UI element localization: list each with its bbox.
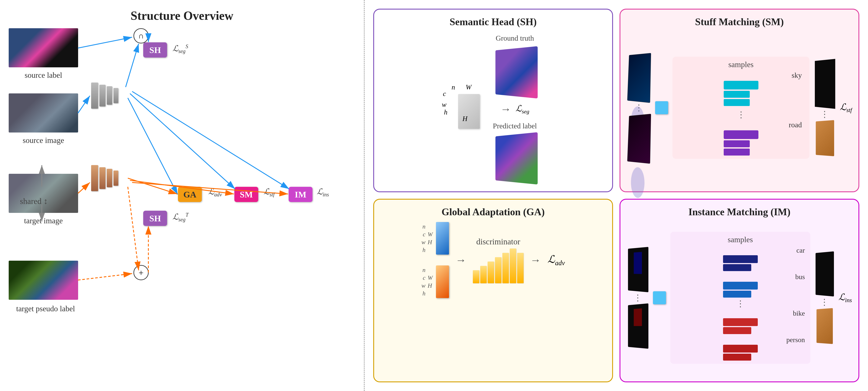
sm-feat-1 (627, 53, 651, 103)
sh-feature-block (458, 94, 480, 129)
feat-map-3 (107, 86, 112, 105)
im-vdots: ⋮ (633, 294, 642, 302)
sky-rect-1 (724, 81, 758, 89)
discriminator (473, 249, 524, 283)
im-bike-rects (723, 318, 758, 334)
sm-diagram-box: Stuff Matching (SM) ⋮ samples (620, 9, 859, 192)
im-feat-r2 (816, 308, 833, 344)
ga-h1: h (423, 247, 426, 253)
im-class-vdots: ⋮ (736, 299, 745, 308)
sh-diagram-box: Semantic Head (SH) n c w h W H Ground tr… (373, 9, 613, 192)
predicted-label-text: Predicted label (493, 122, 537, 130)
ga-W2: W (428, 274, 433, 281)
sm-road-rects (724, 130, 758, 156)
left-panel: Structure Overview source label source i… (0, 0, 365, 391)
ga-arrow: → (456, 254, 466, 266)
sm-class-vdots: ⋮ (737, 110, 745, 119)
bus-rect-2 (723, 291, 751, 298)
sky-rect-3 (724, 99, 750, 106)
bus-rect-1 (723, 282, 758, 289)
im-car-label: car (796, 246, 805, 254)
feat-map-t3 (107, 169, 112, 187)
bike-rect-1 (723, 318, 758, 326)
disc-bar-3 (488, 261, 494, 283)
right-panel: Semantic Head (SH) n c w h W H Ground tr… (365, 0, 868, 391)
sm-sky-rects (724, 81, 758, 106)
sm-right-features: ⋮ (814, 60, 835, 156)
road-rect-2 (724, 140, 750, 147)
disc-label: discriminator (476, 237, 520, 246)
ga-n1: n (423, 223, 426, 230)
svg-line-7 (130, 94, 235, 189)
svg-line-6 (128, 98, 178, 194)
sh-right-col: Ground truth → ℒseg Predicted label (493, 34, 537, 182)
ga-top-dims2: W H (428, 231, 433, 246)
im-blue-sq (653, 291, 666, 304)
person-rect-2 (723, 354, 751, 361)
orange-vol-1 (436, 266, 449, 298)
im-diagram-box: Instance Matching (IM) ⋮ samples (620, 199, 859, 382)
ga-w2: w (422, 282, 426, 289)
feat-map-t2 (99, 167, 105, 189)
target-pseudo-text: target pseudo label (6, 304, 85, 313)
ground-truth-img (496, 46, 538, 99)
source-image-block (9, 93, 78, 133)
ga-loss: ℒadv (548, 253, 565, 267)
im-right-features: ⋮ (815, 252, 834, 343)
ga-n2: n (423, 267, 426, 274)
ground-truth-label: Ground truth (496, 34, 534, 43)
target-feature-maps (91, 165, 120, 191)
blue-vol-1 (436, 222, 449, 255)
sky-rect-2 (724, 91, 750, 98)
feat-map-2 (99, 85, 105, 107)
sh-dim-h: h (444, 108, 447, 116)
shared-label: shared ↕ (20, 196, 48, 206)
im-bus-rects (723, 282, 758, 298)
ga-bot-dims: n c w h (422, 267, 426, 297)
ga-H1: H (428, 239, 433, 246)
ga-c1: c (423, 231, 425, 238)
sh-dim-W: W (466, 83, 471, 91)
sm-feat-2 (627, 114, 651, 164)
loss-stf: ℒstf (264, 187, 275, 198)
svg-line-11 (128, 178, 177, 194)
feat-map-4 (114, 88, 118, 103)
svg-line-8 (132, 91, 289, 189)
main-container: Structure Overview source label source i… (0, 0, 868, 391)
im-title: Instance Matching (IM) (627, 206, 852, 218)
disc-bar-7 (517, 253, 524, 283)
sh-arrow: → (500, 103, 511, 115)
svg-line-9 (126, 44, 139, 87)
target-pseudo-block (9, 261, 78, 300)
ga-top-dims: n c w h (422, 223, 426, 253)
sm-title: Stuff Matching (SM) (627, 16, 852, 28)
sh-dim-w: w (442, 101, 446, 109)
ga-title: Global Adaptation (GA) (381, 206, 606, 218)
ga-vols: n c w h W H n (422, 222, 449, 298)
im-person-rects (723, 345, 758, 361)
loss-seg-s: ℒsegS (173, 44, 188, 54)
ga-arrow2: → (530, 254, 541, 266)
car-rect-2 (723, 264, 751, 271)
person-rect-1 (723, 345, 758, 353)
feat-map-t4 (114, 170, 118, 186)
sm-feat-r1 (815, 59, 835, 109)
ga-diagram-box: Global Adaptation (GA) n c w h W (373, 199, 613, 382)
sh-module-bottom: SH (143, 211, 167, 226)
im-loss: ℒins (838, 292, 852, 304)
sm-feat-r2 (816, 120, 834, 156)
sm-loss: ℒstf (840, 102, 852, 114)
discriminator-wrapper: discriminator (473, 237, 524, 283)
svg-line-14 (128, 187, 139, 270)
im-feat-r1 (815, 251, 834, 296)
sh-dim-n: n (452, 83, 455, 91)
sh-dim-H: H (462, 115, 467, 123)
car-rect-1 (723, 255, 758, 263)
svg-line-3 (78, 37, 132, 48)
svg-line-15 (78, 274, 132, 280)
im-bike-label: bike (793, 309, 805, 317)
road-rect-3 (724, 148, 750, 156)
im-samples-region: samples car bus ⋮ bike (670, 232, 810, 364)
source-image-text: source image (13, 136, 74, 145)
sm-samples-label: samples (728, 60, 754, 69)
